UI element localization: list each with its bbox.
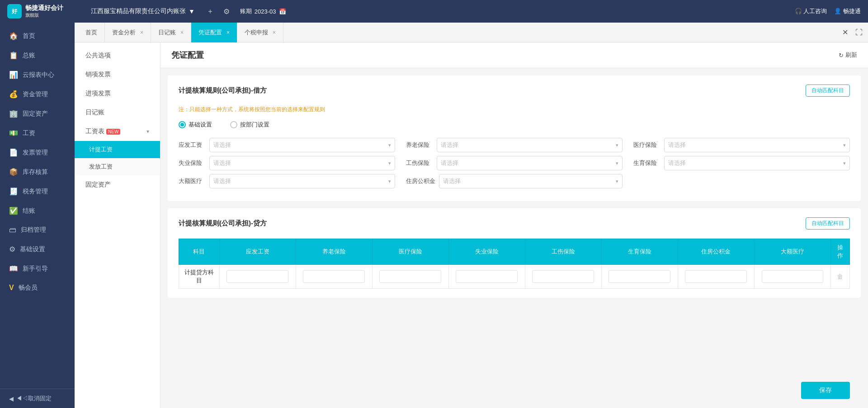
company-selector[interactable]: 江西服宝精品有限责任公司内账张 ▼ bbox=[91, 7, 195, 15]
td-deyiliao[interactable] bbox=[754, 265, 830, 289]
field-deyiliao: 大额医疗 请选择 ▾ bbox=[179, 174, 395, 188]
sidebar-item-home[interactable]: 🏠 首页 bbox=[0, 26, 75, 46]
sidebar-label-invoice: 发票管理 bbox=[23, 149, 48, 157]
td-yfgz[interactable] bbox=[219, 265, 296, 289]
sidebar-item-archive[interactable]: 🗃 归档管理 bbox=[0, 220, 75, 239]
select-zhufang[interactable]: 请选择 ▾ bbox=[439, 174, 623, 188]
sidebar-item-vip[interactable]: V 畅会员 bbox=[0, 278, 75, 297]
input-gsbx[interactable] bbox=[532, 270, 594, 283]
support-btn[interactable]: 🎧 人工咨询 bbox=[795, 7, 827, 15]
select-gsbx[interactable]: 请选择 ▾ bbox=[437, 156, 623, 170]
sidebar-item-tax[interactable]: 🧾 税务管理 bbox=[0, 182, 75, 201]
company-name: 江西服宝精品有限责任公司内账张 bbox=[91, 7, 186, 15]
sidebar-item-reports[interactable]: 📊 云报表中心 bbox=[0, 65, 75, 84]
field-sybx2: 生育保险 请选择 ▾ bbox=[633, 156, 850, 170]
select-sybx2[interactable]: 请选择 ▾ bbox=[664, 156, 850, 170]
tab-funds-analysis[interactable]: 资金分析 × bbox=[105, 23, 151, 42]
input-sybx2[interactable] bbox=[609, 270, 670, 283]
logo-icon: 好 bbox=[7, 4, 22, 19]
left-nav-sales-invoice[interactable]: 销项发票 bbox=[75, 65, 160, 84]
input-deyiliao[interactable] bbox=[762, 270, 824, 283]
sidebar-item-guide[interactable]: 📖 新手引导 bbox=[0, 259, 75, 278]
refresh-btn[interactable]: ↻ 刷新 bbox=[839, 51, 857, 59]
select-sybx-value: 请选择 bbox=[213, 159, 231, 167]
expand-window-btn[interactable]: ⛶ bbox=[854, 27, 864, 38]
left-nav-accrue-salary[interactable]: 计提工资 bbox=[75, 141, 160, 158]
td-ylbx2[interactable] bbox=[372, 265, 448, 289]
left-nav-public[interactable]: 公共选项 bbox=[75, 46, 160, 65]
sidebar-label-settings: 基础设置 bbox=[20, 245, 45, 253]
left-nav-pay-salary[interactable]: 发放工资 bbox=[75, 158, 160, 175]
label-ylbx2: 医疗保险 bbox=[633, 141, 660, 149]
page-title: 凭证配置 bbox=[171, 50, 204, 61]
td-sybx[interactable] bbox=[448, 265, 525, 289]
radio-basic[interactable]: 基础设置 bbox=[179, 121, 212, 129]
debit-form-row1: 应发工资 请选择 ▾ 养老保险 请选择 ▾ bbox=[179, 138, 850, 152]
tab-tax-close[interactable]: × bbox=[273, 29, 276, 36]
company-dropdown-icon: ▼ bbox=[189, 8, 195, 15]
logo-text: 畅捷通好会计 bbox=[25, 4, 63, 12]
select-deyiliao[interactable]: 请选择 ▾ bbox=[209, 174, 395, 188]
td-ylbx[interactable] bbox=[296, 265, 372, 289]
tab-home[interactable]: 首页 bbox=[78, 23, 105, 42]
credit-auto-match-btn[interactable]: 自动匹配科目 bbox=[806, 217, 850, 230]
debit-auto-match-btn[interactable]: 自动匹配科目 bbox=[806, 84, 850, 97]
delete-row-btn[interactable]: 🗑 bbox=[837, 273, 843, 280]
th-action: 操作 bbox=[830, 239, 849, 265]
left-nav-purchase-invoice[interactable]: 进项发票 bbox=[75, 84, 160, 103]
sidebar-item-ledger[interactable]: 📋 总账 bbox=[0, 46, 75, 65]
cancel-fixed-btn[interactable]: ◀ ◀◁取消固定 bbox=[0, 389, 75, 408]
period-selector[interactable]: 账期 2023-03 📅 bbox=[240, 7, 286, 15]
td-sybx2[interactable] bbox=[601, 265, 678, 289]
sidebar-item-invoice[interactable]: 📄 发票管理 bbox=[0, 143, 75, 162]
sidebar-label-guide: 新手引导 bbox=[23, 265, 48, 273]
sidebar-label-ledger: 总账 bbox=[23, 52, 35, 60]
tab-funds-close[interactable]: × bbox=[140, 29, 143, 36]
tab-voucher-config[interactable]: 凭证配置 × bbox=[191, 23, 237, 42]
td-zhufang[interactable] bbox=[678, 265, 754, 289]
radio-dept[interactable]: 按部门设置 bbox=[230, 121, 269, 129]
logo: 好 畅捷通好会计 旗舰版 bbox=[7, 4, 82, 19]
sidebar-item-assets[interactable]: 🏢 固定资产 bbox=[0, 104, 75, 123]
tab-journal-close[interactable]: × bbox=[180, 29, 184, 36]
input-ylbx2[interactable] bbox=[379, 270, 441, 283]
select-ylbx[interactable]: 请选择 ▾ bbox=[437, 138, 623, 152]
tab-home-label: 首页 bbox=[85, 28, 97, 37]
left-nav-fixed-assets[interactable]: 固定资产 bbox=[75, 175, 160, 194]
tax-icon: 🧾 bbox=[9, 187, 18, 196]
sidebar-item-close[interactable]: ✅ 结账 bbox=[0, 201, 75, 220]
select-ylbx2[interactable]: 请选择 ▾ bbox=[664, 138, 850, 152]
sidebar-item-inventory[interactable]: 📦 库存核算 bbox=[0, 162, 75, 182]
table-row: 计提贷方科目 🗑 bbox=[179, 265, 850, 289]
sidebar-item-settings[interactable]: ⚙ 基础设置 bbox=[0, 239, 75, 259]
sidebar-label-salary: 工资 bbox=[23, 129, 35, 137]
sidebar-item-funds[interactable]: 💰 资金管理 bbox=[0, 84, 75, 104]
settings-sidebar-icon: ⚙ bbox=[9, 245, 15, 253]
tab-voucher-close[interactable]: × bbox=[226, 29, 230, 36]
close-window-btn[interactable]: ✕ bbox=[840, 26, 850, 38]
tab-tax-report[interactable]: 个税申报 × bbox=[237, 23, 283, 42]
th-zhufang: 住房公积金 bbox=[678, 239, 754, 265]
td-gsbx[interactable] bbox=[525, 265, 601, 289]
settings-icon[interactable]: ⚙ bbox=[220, 5, 233, 18]
left-nav-journal[interactable]: 日记账 bbox=[75, 103, 160, 122]
sidebar-item-salary[interactable]: 💵 工资 bbox=[0, 123, 75, 143]
add-icon[interactable]: ＋ bbox=[204, 5, 217, 18]
user-btn[interactable]: 👤 畅捷通 bbox=[834, 7, 861, 15]
tab-journal[interactable]: 日记账 × bbox=[151, 23, 191, 42]
label-gsbx: 工伤保险 bbox=[406, 159, 433, 167]
input-ylbx[interactable] bbox=[303, 270, 365, 283]
tab-funds-label: 资金分析 bbox=[112, 28, 136, 37]
select-yfgz[interactable]: 请选择 ▾ bbox=[209, 138, 395, 152]
username-label: 畅捷通 bbox=[843, 8, 861, 14]
salary-group-chevron: ▾ bbox=[146, 128, 149, 135]
tab-tax-label: 个税申报 bbox=[245, 28, 268, 37]
select-yfgz-chevron: ▾ bbox=[388, 142, 391, 148]
input-zhufang[interactable] bbox=[685, 270, 747, 283]
select-sybx[interactable]: 请选择 ▾ bbox=[209, 156, 395, 170]
left-nav-salary-header[interactable]: 工资表NEW ▾ bbox=[75, 122, 160, 141]
input-yfgz[interactable] bbox=[226, 270, 288, 283]
save-button[interactable]: 保存 bbox=[801, 382, 850, 399]
input-sybx[interactable] bbox=[456, 270, 518, 283]
field-ylbx2: 医疗保险 请选择 ▾ bbox=[633, 138, 850, 152]
